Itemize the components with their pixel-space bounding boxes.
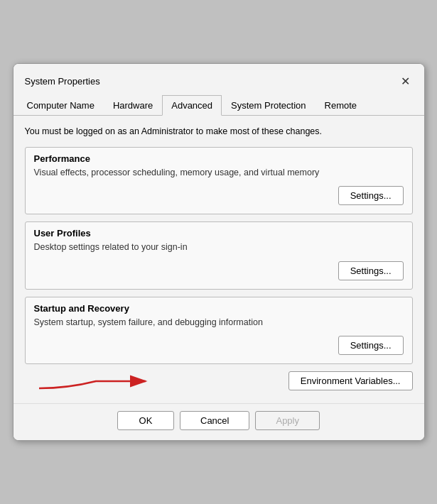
user-profiles-title: User Profiles <box>34 228 404 239</box>
startup-recovery-desc: System startup, system failure, and debu… <box>34 317 404 329</box>
startup-recovery-btn-row: Settings... <box>34 336 404 355</box>
performance-btn-row: Settings... <box>34 186 404 205</box>
cancel-button[interactable]: Cancel <box>180 411 249 430</box>
tab-hardware[interactable]: Hardware <box>104 95 162 116</box>
system-properties-window: System Properties ✕ Computer Name Hardwa… <box>13 63 425 441</box>
performance-settings-button[interactable]: Settings... <box>338 186 404 205</box>
bottom-bar: OK Cancel Apply <box>14 403 424 440</box>
apply-button[interactable]: Apply <box>255 411 320 430</box>
tab-bar: Computer Name Hardware Advanced System P… <box>14 95 424 116</box>
arrow-container <box>25 368 167 394</box>
user-profiles-section: User Profiles Desktop settings related t… <box>25 221 413 290</box>
performance-desc: Visual effects, processor scheduling, me… <box>34 167 404 180</box>
startup-recovery-section: Startup and Recovery System startup, sys… <box>25 297 413 365</box>
tab-content: You must be logged on as an Administrato… <box>14 116 424 403</box>
performance-section: Performance Visual effects, processor sc… <box>25 147 413 215</box>
ok-button[interactable]: OK <box>117 411 174 430</box>
tab-system-protection[interactable]: System Protection <box>222 95 315 116</box>
startup-recovery-title: Startup and Recovery <box>34 303 404 314</box>
tab-advanced[interactable]: Advanced <box>162 95 222 116</box>
environment-variables-button[interactable]: Environment Variables... <box>288 371 413 390</box>
user-profiles-desc: Desktop settings related to your sign-in <box>34 241 404 254</box>
tab-remote[interactable]: Remote <box>315 95 367 116</box>
user-profiles-btn-row: Settings... <box>34 261 404 280</box>
startup-recovery-settings-button[interactable]: Settings... <box>338 336 404 355</box>
env-variables-row: Environment Variables... <box>25 371 413 390</box>
arrow-icon <box>25 368 167 394</box>
user-profiles-settings-button[interactable]: Settings... <box>338 261 404 280</box>
admin-notice: You must be logged on as an Administrato… <box>25 126 413 138</box>
performance-title: Performance <box>34 153 404 164</box>
title-bar: System Properties ✕ <box>14 64 424 95</box>
close-button[interactable]: ✕ <box>396 71 416 91</box>
window-title: System Properties <box>25 76 100 87</box>
tab-computer-name[interactable]: Computer Name <box>18 95 104 116</box>
